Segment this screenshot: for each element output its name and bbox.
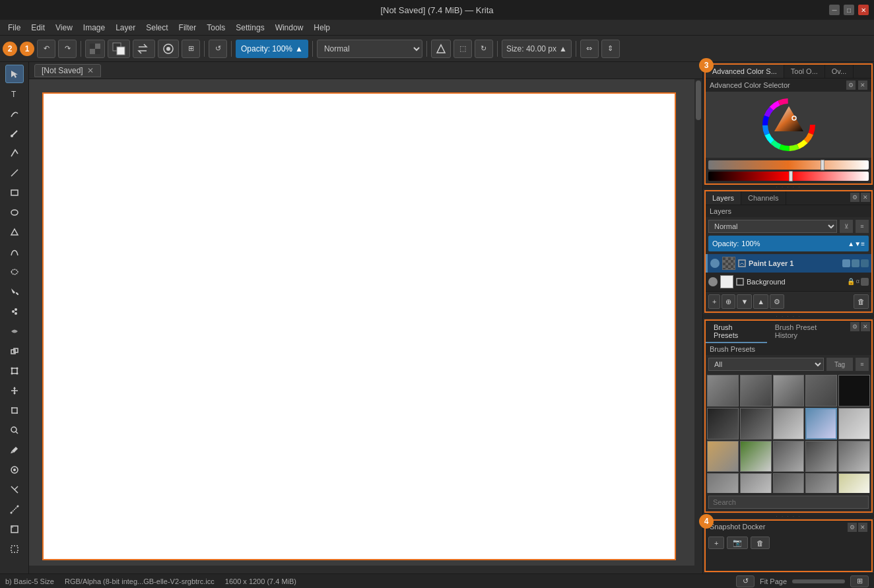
tool-ellipse[interactable] xyxy=(5,203,24,222)
tool-brush[interactable] xyxy=(5,124,24,143)
resize-handle-1[interactable]: · · · · · xyxy=(703,185,874,189)
tool-multibrush[interactable] xyxy=(5,302,24,321)
brush-grid-button[interactable]: ⊞ xyxy=(182,40,200,58)
tool-polygon[interactable] xyxy=(5,223,24,242)
brush-pattern-button[interactable] xyxy=(85,40,105,58)
brush-thumb[interactable] xyxy=(838,408,870,440)
resize-handle-2[interactable]: · · · · · xyxy=(703,314,874,318)
color-swap-button[interactable] xyxy=(133,40,155,58)
layer-properties-btn[interactable]: ⚙ xyxy=(770,294,784,309)
zoom-slider[interactable] xyxy=(792,579,845,583)
delete-layer-btn[interactable]: 🗑 xyxy=(854,294,869,309)
layers-close-btn[interactable]: ✕ xyxy=(861,193,870,202)
brush-thumb-selected[interactable] xyxy=(805,408,837,440)
size-stepper[interactable]: ▲ xyxy=(559,44,567,53)
color-swatch-button[interactable] xyxy=(108,40,130,58)
canvas-tab-close[interactable]: ✕ xyxy=(87,66,94,75)
move-layer-down-btn[interactable]: ▼ xyxy=(737,294,752,309)
menu-view[interactable]: View xyxy=(50,22,78,34)
brush-thumb[interactable] xyxy=(707,408,739,440)
brush-view-btn[interactable]: ≡ xyxy=(856,358,869,371)
tool-zoom[interactable] xyxy=(5,421,24,440)
menu-file[interactable]: File xyxy=(3,22,26,34)
maximize-button[interactable]: □ xyxy=(844,5,854,15)
tool-path-arrow[interactable] xyxy=(5,243,24,261)
snapshot-camera-btn[interactable]: 📷 xyxy=(727,537,748,549)
layer-visibility-paint[interactable] xyxy=(710,259,720,268)
menu-help[interactable]: Help xyxy=(308,22,335,34)
opacity-stepper[interactable]: ▲ xyxy=(295,44,303,53)
menu-filter[interactable]: Filter xyxy=(174,22,202,34)
brush-thumb[interactable] xyxy=(707,441,739,473)
tool-grid[interactable] xyxy=(5,520,24,539)
layer-icon-2[interactable] xyxy=(852,259,859,267)
brush-thumb[interactable] xyxy=(773,441,805,473)
brush-panel-close[interactable]: ✕ xyxy=(861,322,870,331)
rotation-button[interactable]: ↻ xyxy=(475,40,493,58)
hue-slider[interactable] xyxy=(708,160,869,170)
status-undo-btn[interactable]: ↺ xyxy=(736,575,755,587)
vertical-scrollbar-thumb[interactable] xyxy=(696,81,701,120)
opacity-stepper-btn[interactable]: ▲▼ xyxy=(848,240,861,247)
layer-options-btn[interactable]: ≡ xyxy=(856,220,869,233)
tool-clone[interactable] xyxy=(5,342,24,360)
color-panel-config[interactable]: ⚙ xyxy=(846,81,856,90)
tool-crop[interactable] xyxy=(5,401,24,420)
menu-select[interactable]: Select xyxy=(141,22,173,34)
snapshot-config-btn[interactable]: ⚙ xyxy=(848,523,857,532)
mirror-h-button[interactable]: ⇔ xyxy=(580,40,599,58)
snapshot-add-btn[interactable]: + xyxy=(708,537,724,549)
tool-line[interactable] xyxy=(5,164,24,182)
tab-channels[interactable]: Channels xyxy=(741,191,786,205)
layers-config-btn[interactable]: ⚙ xyxy=(850,193,859,202)
tab-brush-presets[interactable]: Brush Presets xyxy=(706,321,767,343)
canvas-tab-item[interactable]: [Not Saved] ✕ xyxy=(34,64,101,77)
brush-thumb[interactable] xyxy=(707,375,739,407)
tab-overview[interactable]: Ov... xyxy=(825,65,854,78)
resize-handle-3[interactable]: · · · · · xyxy=(703,514,874,518)
layer-opacity-row[interactable]: Opacity: 100% ▲▼ ≡ xyxy=(708,236,869,251)
brush-thumb[interactable] xyxy=(838,473,870,493)
tool-freehand-path[interactable] xyxy=(5,104,24,123)
tool-calligraphy[interactable] xyxy=(5,144,24,162)
tool-rect[interactable] xyxy=(5,183,24,202)
tool-smart-eyedropper[interactable] xyxy=(5,461,24,479)
brush-panel-config[interactable]: ⚙ xyxy=(850,322,859,331)
brush-thumb[interactable] xyxy=(740,408,772,440)
menu-tools[interactable]: Tools xyxy=(201,22,230,34)
tool-scissors[interactable] xyxy=(5,480,24,499)
brush-thumb[interactable] xyxy=(805,473,837,493)
saturation-slider[interactable] xyxy=(708,172,869,181)
brush-thumb[interactable] xyxy=(773,375,805,407)
reset-button[interactable]: ↺ xyxy=(209,40,227,58)
brush-thumb[interactable] xyxy=(740,473,772,493)
layer-item[interactable]: Paint Layer 1 xyxy=(706,254,871,273)
tool-paint-bucket[interactable] xyxy=(5,282,24,301)
redo-button[interactable]: ↷ xyxy=(58,40,77,58)
brush-thumb[interactable] xyxy=(740,441,772,473)
brush-filter-select[interactable]: All xyxy=(708,358,824,371)
brush-select-button[interactable] xyxy=(158,40,179,58)
brush-thumb[interactable] xyxy=(805,375,837,407)
layer-visibility-bg[interactable] xyxy=(708,277,718,286)
tool-smart-patch[interactable] xyxy=(5,322,24,341)
tool-eyedropper[interactable] xyxy=(5,441,24,459)
duplicate-layer-btn[interactable]: ⊕ xyxy=(722,294,735,309)
move-layer-up-btn[interactable]: ▲ xyxy=(753,294,768,309)
tab-tool-options[interactable]: Tool O... xyxy=(784,65,825,78)
size-control[interactable]: Size: 40.00 px ▲ xyxy=(502,40,572,58)
preserve-alpha-button[interactable]: ⬚ xyxy=(454,40,472,58)
tab-layers[interactable]: Layers xyxy=(706,191,741,205)
mirror-v-button[interactable]: ⇕ xyxy=(601,40,620,58)
menu-settings[interactable]: Settings xyxy=(230,22,269,34)
brush-thumb[interactable] xyxy=(838,375,870,407)
blend-mode-select[interactable]: Normal xyxy=(317,40,422,58)
color-panel-close[interactable]: ✕ xyxy=(858,81,867,90)
canvas-scroll-area[interactable] xyxy=(29,79,702,573)
tool-move[interactable] xyxy=(5,381,24,400)
brush-thumb[interactable] xyxy=(773,408,805,440)
menu-edit[interactable]: Edit xyxy=(26,22,50,34)
menu-image[interactable]: Image xyxy=(78,22,110,34)
layer-icon-1[interactable] xyxy=(842,259,850,267)
layer-item[interactable]: Background 🔒 α xyxy=(706,273,871,291)
